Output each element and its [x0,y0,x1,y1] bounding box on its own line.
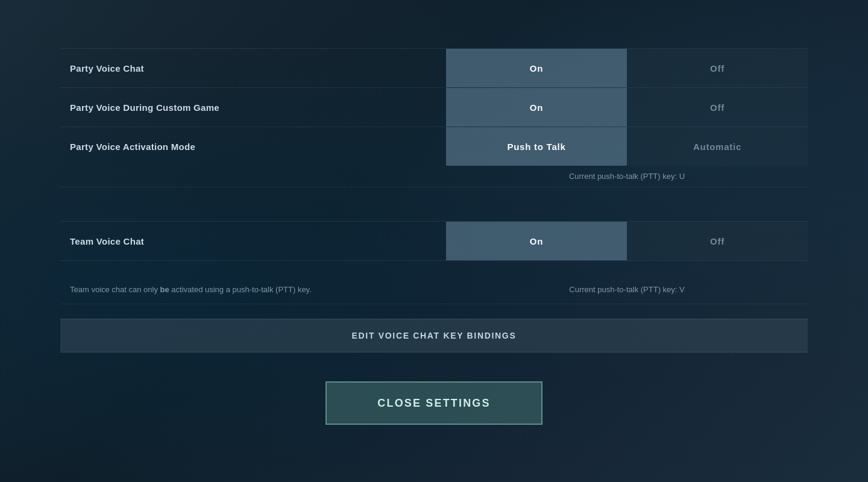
party-voice-chat-off-button[interactable]: Off [627,49,808,87]
party-voice-section: Party Voice Chat On Off Party Voice Duri… [60,48,808,187]
spacer [60,202,808,221]
party-voice-chat-label: Party Voice Chat [60,54,446,83]
team-voice-chat-options: On Off [446,222,808,260]
party-voice-activation-options: Push to Talk Automatic [446,127,808,166]
party-ptt-info-left [60,172,446,181]
party-voice-chat-options: On Off [446,49,808,87]
close-settings-wrapper: CLOSE SETTINGS [60,381,808,425]
settings-container: Party Voice Chat On Off Party Voice Duri… [60,0,808,425]
party-voice-custom-off-button[interactable]: Off [627,88,808,127]
team-voice-info-row: Team voice chat can only be activated us… [60,275,808,304]
party-ptt-key-info: Current push-to-talk (PTT) key: U [446,167,808,186]
team-voice-chat-label: Team Voice Chat [60,227,446,256]
party-voice-activation-label: Party Voice Activation Mode [60,132,446,161]
team-voice-note-text: Team voice chat can only be activated us… [70,285,312,294]
party-voice-custom-label: Party Voice During Custom Game [60,93,446,122]
party-voice-custom-options: On Off [446,88,808,127]
party-voice-custom-row: Party Voice During Custom Game On Off [60,87,808,127]
close-settings-button[interactable]: CLOSE SETTINGS [326,381,542,425]
party-voice-custom-on-button[interactable]: On [446,88,627,127]
party-voice-push-to-talk-button[interactable]: Push to Talk [446,127,627,166]
party-voice-chat-row: Party Voice Chat On Off [60,48,808,87]
team-voice-chat-row: Team Voice Chat On Off [60,221,808,261]
party-voice-chat-on-button[interactable]: On [446,49,627,87]
team-voice-note-left: Team voice chat can only be activated us… [60,285,446,294]
team-voice-ptt-key-info: Current push-to-talk (PTT) key: V [446,285,808,294]
party-voice-automatic-button[interactable]: Automatic [627,127,808,166]
team-voice-section: Team Voice Chat On Off [60,221,808,261]
edit-voice-chat-key-bindings-button[interactable]: EDIT VOICE CHAT KEY BINDINGS [60,319,808,352]
team-voice-chat-on-button[interactable]: On [446,222,627,260]
party-ptt-info-row: Current push-to-talk (PTT) key: U [60,166,808,187]
party-voice-activation-row: Party Voice Activation Mode Push to Talk… [60,127,808,166]
team-voice-chat-off-button[interactable]: Off [627,222,808,260]
